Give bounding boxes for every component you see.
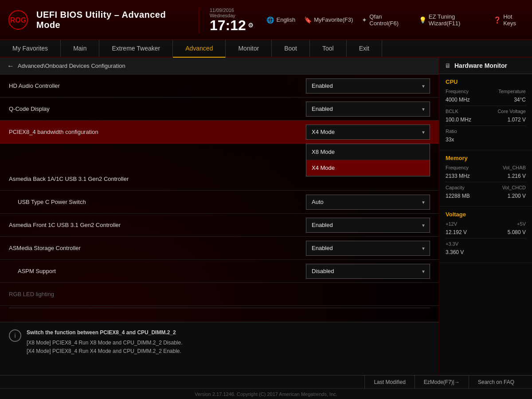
setting-row-pciex8: PCIEX8_4 bandwidth configuration X4 Mode… bbox=[0, 121, 439, 144]
datetime-area: 11/09/2016 Wednesday 17:12 ⚙ bbox=[210, 8, 260, 32]
myfavorite-label: MyFavorite(F3) bbox=[314, 16, 353, 23]
aspm-label: ASPM Support bbox=[9, 268, 306, 274]
dropdown-option-x4[interactable]: X4 Mode bbox=[306, 160, 430, 176]
setting-row-asmedia-storage: ASMedia Storage Controller Enabled Disab… bbox=[0, 237, 439, 260]
asmedia-storage-select[interactable]: Enabled Disabled bbox=[306, 241, 430, 256]
hw-mem-freq-label: Frequency bbox=[446, 165, 469, 170]
hd-audio-select[interactable]: Enabled Disabled bbox=[306, 78, 430, 94]
page-wrapper: ROG UEFI BIOS Utility – Advanced Mode 11… bbox=[0, 0, 532, 399]
ez-mode-btn[interactable]: EzMode(F7)|→ bbox=[415, 376, 469, 389]
search-faq-btn[interactable]: Search on FAQ bbox=[469, 376, 523, 389]
hw-cpu-temp-label: Temperature bbox=[498, 89, 526, 94]
qcode-control[interactable]: Enabled Disabled bbox=[306, 102, 430, 117]
right-panel: 🖥 Hardware Monitor CPU Frequency Tempera… bbox=[439, 58, 532, 375]
pciex8-select[interactable]: X4 Mode X8 Mode bbox=[306, 125, 430, 140]
hw-mem-freq-row: Frequency Vol_CHAB bbox=[446, 165, 526, 170]
hw-v12-val-row: 12.192 V 5.080 V bbox=[446, 229, 526, 235]
hw-divider-4 bbox=[446, 238, 526, 239]
hw-cpu-corevolt-label: Core Voltage bbox=[497, 109, 526, 114]
rgb-label: RGB LED lighting bbox=[9, 291, 430, 297]
hd-audio-label: HD Audio Controller bbox=[9, 82, 306, 89]
asmedia-front-control[interactable]: Enabled Disabled bbox=[306, 218, 430, 233]
header-divider bbox=[199, 7, 199, 33]
hw-cpu-freq-label: Frequency bbox=[446, 89, 469, 94]
nav-main[interactable]: Main bbox=[61, 40, 99, 57]
info-panel: i Switch the function between PCIEX8_4 a… bbox=[0, 322, 439, 375]
hw-v33-val-row: 3.360 V bbox=[446, 249, 526, 255]
time-display: 17:12 ⚙ bbox=[210, 18, 254, 32]
hw-v12-label: +12V bbox=[446, 221, 457, 227]
hw-memory-section: Memory Frequency Vol_CHAB 2133 MHz 1.216… bbox=[439, 150, 532, 207]
hw-mem-cap-value: 12288 MB bbox=[446, 193, 470, 199]
nav-exit[interactable]: Exit bbox=[347, 40, 382, 57]
info-text: Switch the function between PCIEX8_4 and… bbox=[27, 329, 183, 356]
pciex8-control[interactable]: X4 Mode X8 Mode bbox=[306, 125, 430, 140]
date-text: 11/09/2016 Wednesday bbox=[210, 8, 260, 18]
hw-monitor-header: 🖥 Hardware Monitor bbox=[439, 58, 532, 74]
header: ROG UEFI BIOS Utility – Advanced Mode 11… bbox=[0, 0, 532, 40]
hotkeys-btn[interactable]: ❓ Hot Keys bbox=[493, 13, 525, 27]
info-icon: i bbox=[9, 329, 21, 342]
hw-cpu-section: CPU Frequency Temperature 4000 MHz 34°C … bbox=[439, 74, 532, 150]
eztuning-btn[interactable]: 💡 EZ Tuning Wizard(F11) bbox=[419, 13, 485, 27]
hw-mem-cap-row: Capacity Vol_CHCD bbox=[446, 185, 526, 190]
hw-cpu-ratio-value: 33x bbox=[446, 137, 454, 143]
hw-mem-volchab-value: 1.216 V bbox=[508, 173, 526, 179]
hw-v33-label-row: +3.3V bbox=[446, 241, 526, 246]
nav-tool[interactable]: Tool bbox=[310, 40, 347, 57]
info-icon-row: i Switch the function between PCIEX8_4 a… bbox=[9, 329, 430, 356]
hw-cpu-title: CPU bbox=[446, 78, 526, 85]
rog-logo: ROG bbox=[7, 9, 29, 31]
hw-monitor-title: Hardware Monitor bbox=[454, 62, 507, 69]
nav-advanced[interactable]: Advanced bbox=[173, 40, 226, 58]
usb-typec-control[interactable]: Auto Enabled Disabled bbox=[306, 195, 430, 210]
hw-cpu-bclk-row: BCLK Core Voltage bbox=[446, 109, 526, 114]
setting-row-qcode: Q-Code Display Enabled Disabled bbox=[0, 98, 439, 121]
aspm-control[interactable]: Disabled Enabled Auto bbox=[306, 264, 430, 279]
aspm-select[interactable]: Disabled Enabled Auto bbox=[306, 264, 430, 279]
hw-v5-value: 5.080 V bbox=[508, 229, 526, 235]
hotkeys-label: Hot Keys bbox=[503, 13, 525, 27]
dropdown-option-x8[interactable]: X8 Mode bbox=[306, 144, 430, 160]
hw-cpu-corevolt-value: 1.072 V bbox=[508, 117, 526, 123]
language-label: English bbox=[276, 16, 295, 23]
nav-monitor[interactable]: Monitor bbox=[226, 40, 272, 57]
hw-mem-freq-value: 2133 MHz bbox=[446, 173, 470, 179]
bookmark-icon: 🔖 bbox=[304, 16, 312, 23]
asmedia-back-label: Asmedia Back 1A/1C USB 3.1 Gen2 Controll… bbox=[9, 176, 430, 182]
footer-version-bar: Version 2.17.1246. Copyright (C) 2017 Am… bbox=[0, 388, 532, 399]
nav-extreme-tweaker[interactable]: Extreme Tweaker bbox=[99, 40, 173, 57]
hw-cpu-temp-value: 34°C bbox=[514, 97, 526, 103]
myfavorite-btn[interactable]: 🔖 MyFavorite(F3) bbox=[304, 16, 353, 23]
qfan-btn[interactable]: ✦ Qfan Control(F6) bbox=[362, 13, 410, 27]
footer: Last Modified EzMode(F7)|→ Search on FAQ bbox=[0, 375, 532, 388]
usb-typec-label: USB Type C Power Switch bbox=[9, 199, 306, 205]
settings-icon[interactable]: ⚙ bbox=[248, 22, 254, 28]
hw-v5-label: +5V bbox=[517, 221, 526, 227]
hw-cpu-ratio-label-row: Ratio bbox=[446, 129, 526, 134]
breadcrumb-path: Advanced\Onboard Devices Configuration bbox=[18, 63, 125, 69]
back-button[interactable]: ← bbox=[7, 62, 14, 70]
last-modified-btn[interactable]: Last Modified bbox=[364, 376, 414, 389]
nav-boot[interactable]: Boot bbox=[272, 40, 310, 57]
hw-voltage-section: Voltage +12V +5V 12.192 V 5.080 V +3.3V … bbox=[439, 207, 532, 263]
nav-bar: My Favorites Main Extreme Tweaker Advanc… bbox=[0, 40, 532, 58]
hw-mem-volchcd-value: 1.200 V bbox=[508, 193, 526, 199]
nav-my-favorites[interactable]: My Favorites bbox=[0, 40, 61, 57]
info-line-2: [X4 Mode] PCIEX8_4 Run X4 Mode and CPU_D… bbox=[27, 347, 183, 356]
hw-cpu-freq-val-row: 4000 MHz 34°C bbox=[446, 97, 526, 103]
hw-voltage-title: Voltage bbox=[446, 211, 526, 218]
qcode-select[interactable]: Enabled Disabled bbox=[306, 102, 430, 117]
usb-typec-select[interactable]: Auto Enabled Disabled bbox=[306, 195, 430, 210]
language-selector[interactable]: 🌐 English bbox=[266, 16, 295, 23]
hw-cpu-ratio-val-row: 33x bbox=[446, 137, 526, 143]
setting-row-usb-typec: USB Type C Power Switch Auto Enabled Dis… bbox=[0, 191, 439, 214]
asmedia-front-select[interactable]: Enabled Disabled bbox=[306, 218, 430, 233]
hw-cpu-bclk-val-row: 100.0 MHz 1.072 V bbox=[446, 117, 526, 123]
hd-audio-control[interactable]: Enabled Disabled bbox=[306, 78, 430, 94]
asmedia-storage-control[interactable]: Enabled Disabled bbox=[306, 241, 430, 256]
hw-v12-row: +12V +5V bbox=[446, 221, 526, 227]
hw-v33-label: +3.3V bbox=[446, 241, 458, 246]
hw-memory-title: Memory bbox=[446, 155, 526, 161]
svg-text:ROG: ROG bbox=[10, 16, 26, 24]
